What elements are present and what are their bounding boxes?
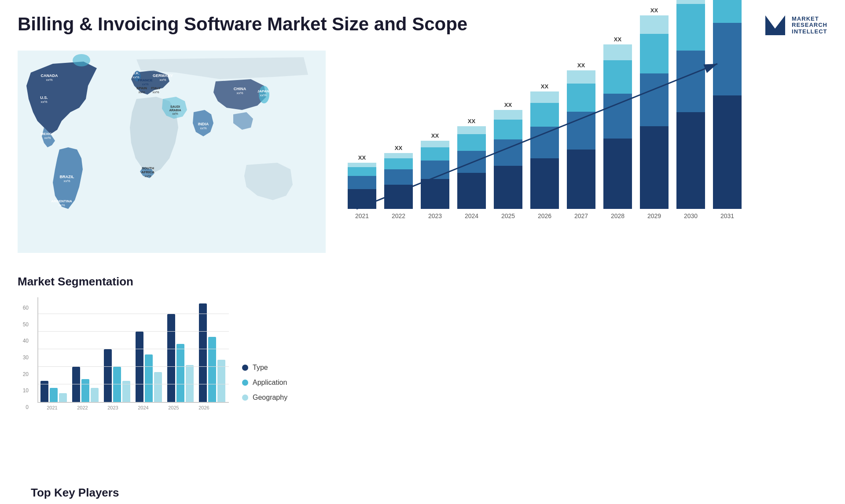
year-label-2024: 2024 (457, 212, 486, 219)
svg-text:U.S.: U.S. (40, 95, 48, 100)
svg-text:xx%: xx% (200, 126, 206, 130)
year-label-2031: 2031 (713, 212, 742, 219)
year-label-2028: 2028 (603, 212, 632, 219)
svg-text:ARABIA: ARABIA (169, 109, 181, 112)
svg-text:xx%: xx% (46, 78, 52, 82)
seg-bar-2025-geo (186, 365, 194, 402)
seg-x-2025: 2025 (161, 405, 186, 410)
seg-bar-2022-geo (91, 388, 99, 402)
seg-bar-2022-type (72, 367, 80, 402)
svg-text:xx%: xx% (172, 112, 178, 115)
svg-text:CANADA: CANADA (41, 73, 58, 78)
seg-bar-2025-type (167, 314, 175, 402)
seg-bar-2021-app (50, 388, 58, 402)
year-label-2025: 2025 (494, 212, 522, 219)
segmentation-section: Market Segmentation 0 10 20 30 40 50 60 (18, 275, 827, 486)
year-label-2021: 2021 (348, 212, 376, 219)
svg-text:xx%: xx% (138, 90, 145, 94)
logo-container: MARKET RESEARCH INTELLECT (763, 13, 827, 37)
bar-xx-2022: XX (395, 145, 402, 151)
svg-text:xx%: xx% (236, 91, 243, 95)
seg-legend-geography: Geography (242, 394, 287, 402)
logo-line3: INTELLECT (792, 29, 827, 35)
svg-text:xx%: xx% (44, 136, 51, 140)
bar-xx-2026: XX (541, 83, 548, 90)
svg-text:MEXICO: MEXICO (40, 132, 55, 136)
bar-xx-2024: XX (468, 118, 475, 124)
seg-bar-2024-type (136, 332, 143, 402)
legend-type-label: Type (253, 364, 268, 372)
svg-text:AFRICA: AFRICA (141, 170, 154, 174)
seg-x-2024: 2024 (131, 405, 156, 410)
seg-legend-application: Application (242, 379, 287, 387)
seg-bar-2023-app (113, 367, 121, 402)
seg-bar-2021-geo (59, 393, 67, 402)
page-title: Billing & Invoicing Software Market Size… (18, 13, 467, 35)
bar-xx-2023: XX (431, 132, 439, 139)
legend-geo-dot (242, 394, 248, 401)
bar-chart-container: XX XX (343, 46, 827, 257)
seg-y50: 50 (18, 321, 29, 328)
seg-y40: 40 (18, 338, 29, 344)
bar-xx-2028: XX (614, 36, 621, 43)
seg-bar-2026-type (199, 303, 207, 402)
world-map-container: CANADA xx% U.S. xx% MEXICO xx% BRAZIL xx… (18, 46, 326, 257)
seg-x-2022: 2022 (70, 405, 95, 410)
svg-text:FRANCE: FRANCE (138, 78, 153, 82)
svg-text:BRAZIL: BRAZIL (60, 175, 74, 179)
bar-xx-2029: XX (650, 7, 658, 14)
svg-text:ITALY: ITALY (151, 86, 161, 90)
seg-x-2026: 2026 (191, 405, 217, 410)
year-label-2030: 2030 (676, 212, 705, 219)
seg-x-2021: 2021 (40, 405, 65, 410)
seg-bar-2024-geo (154, 372, 162, 402)
svg-text:xx%: xx% (159, 78, 166, 82)
svg-point-2 (73, 54, 90, 66)
bar-xx-2025: XX (504, 102, 512, 108)
svg-text:xx%: xx% (142, 82, 148, 86)
seg-y30: 30 (18, 354, 29, 361)
legend-type-dot (242, 365, 248, 371)
seg-y60: 60 (18, 305, 29, 311)
svg-text:GERMANY: GERMANY (153, 73, 173, 78)
bar-xx-2021: XX (358, 154, 366, 161)
seg-bar-2022-app (81, 379, 89, 402)
seg-y0: 0 (18, 404, 29, 410)
svg-text:U.K.: U.K. (132, 71, 140, 75)
players-title: Top Key Players (31, 486, 814, 500)
seg-x-2023: 2023 (100, 405, 125, 410)
svg-text:ARGENTINA: ARGENTINA (51, 199, 72, 203)
legend-geo-label: Geography (253, 394, 287, 402)
svg-text:xx%: xx% (152, 90, 159, 94)
logo-line2: RESEARCH (792, 22, 827, 28)
svg-text:SPAIN: SPAIN (136, 86, 147, 90)
svg-text:xx%: xx% (260, 93, 266, 97)
svg-text:xx%: xx% (40, 100, 47, 104)
svg-text:CHINA: CHINA (234, 87, 246, 91)
svg-marker-0 (765, 15, 785, 35)
svg-text:SAUDI: SAUDI (170, 105, 180, 108)
seg-y20: 20 (18, 371, 29, 377)
players-section: Top Key Players MONEI XX PandaDoc (18, 486, 827, 504)
seg-legend-type: Type (242, 364, 287, 372)
year-label-2027: 2027 (567, 212, 595, 219)
year-label-2029: 2029 (640, 212, 669, 219)
segmentation-title: Market Segmentation (18, 275, 819, 289)
seg-bar-2026-app (208, 337, 216, 402)
svg-text:xx%: xx% (63, 179, 70, 183)
seg-bar-2025-app (176, 344, 184, 402)
logo-line1: MARKET (792, 16, 827, 22)
svg-text:xx%: xx% (58, 203, 65, 207)
seg-y10: 10 (18, 387, 29, 394)
svg-text:INDIA: INDIA (198, 122, 209, 126)
year-label-2023: 2023 (421, 212, 449, 219)
logo-text: MARKET RESEARCH INTELLECT (792, 16, 827, 35)
legend-app-label: Application (253, 379, 287, 387)
seg-bar-2024-app (145, 354, 153, 402)
year-label-2022: 2022 (384, 212, 413, 219)
legend-app-dot (242, 380, 248, 386)
world-map-svg: CANADA xx% U.S. xx% MEXICO xx% BRAZIL xx… (18, 46, 326, 257)
svg-text:xx%: xx% (144, 174, 151, 178)
logo-icon (763, 13, 787, 37)
year-label-2026: 2026 (530, 212, 559, 219)
